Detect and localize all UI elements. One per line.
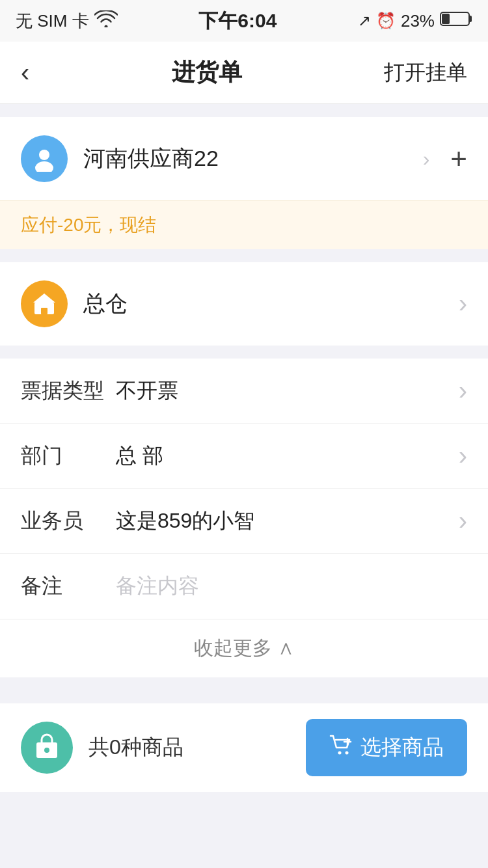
warehouse-chevron-icon xyxy=(459,290,467,318)
svg-point-10 xyxy=(338,752,342,755)
product-icon-wrap xyxy=(21,722,73,774)
supplier-card: 河南供应商22 › + 应付-20元，现结 xyxy=(0,117,488,249)
warehouse-row[interactable]: 总仓 xyxy=(0,262,488,346)
svg-marker-6 xyxy=(33,293,55,303)
warehouse-icon-wrap xyxy=(21,280,68,327)
product-bar: 共0种商品 选择商品 xyxy=(0,703,488,792)
department-value: 总 部 xyxy=(105,442,459,470)
add-supplier-button[interactable]: + xyxy=(450,142,467,175)
payable-notice: 应付-20元，现结 xyxy=(0,200,488,249)
remark-label: 备注 xyxy=(21,572,105,601)
collapse-label: 收起更多 ∧ xyxy=(194,635,293,662)
sim-status: 无 SIM 卡 xyxy=(16,10,89,33)
svg-point-3 xyxy=(39,150,49,160)
svg-point-11 xyxy=(346,752,349,755)
status-time: 下午6:04 xyxy=(198,8,277,34)
gap-2 xyxy=(0,249,488,262)
invoice-type-value: 不开票 xyxy=(105,377,459,405)
svg-point-9 xyxy=(44,748,49,753)
supplier-chevron-icon: › xyxy=(423,147,430,171)
invoice-type-chevron-icon xyxy=(459,377,467,405)
select-product-label: 选择商品 xyxy=(360,733,444,762)
nav-bar: ‹ 进货单 打开挂单 xyxy=(0,42,488,104)
collapse-row[interactable]: 收起更多 ∧ xyxy=(0,619,488,677)
status-left: 无 SIM 卡 xyxy=(16,10,118,33)
svg-rect-7 xyxy=(41,308,47,314)
battery-icon xyxy=(440,10,472,32)
cart-icon xyxy=(329,735,353,761)
gap-3 xyxy=(0,677,488,690)
supplier-name: 河南供应商22 xyxy=(83,144,423,174)
page-title: 进货单 xyxy=(172,57,242,88)
select-product-button[interactable]: 选择商品 xyxy=(306,719,467,776)
form-section: 票据类型 不开票 部门 总 部 业务员 这是859的小智 备注 备注内容 xyxy=(0,359,488,619)
salesperson-chevron-icon xyxy=(459,508,467,535)
remark-row[interactable]: 备注 备注内容 xyxy=(0,554,488,619)
supplier-row[interactable]: 河南供应商22 › + xyxy=(0,117,488,200)
svg-rect-2 xyxy=(442,14,450,24)
warehouse-label: 总仓 xyxy=(83,289,459,319)
remark-input[interactable]: 备注内容 xyxy=(105,572,467,601)
invoice-type-label: 票据类型 xyxy=(21,377,105,405)
status-bar: 无 SIM 卡 下午6:04 ↗ ⏰ 23% xyxy=(0,0,488,42)
location-icon: ↗ xyxy=(358,12,371,30)
back-button[interactable]: ‹ xyxy=(21,58,29,87)
salesperson-row[interactable]: 业务员 这是859的小智 xyxy=(0,489,488,554)
department-label: 部门 xyxy=(21,442,105,470)
battery-percentage: 23% xyxy=(401,11,435,31)
gap-1 xyxy=(0,104,488,117)
warehouse-card: 总仓 xyxy=(0,262,488,346)
wifi-icon xyxy=(94,10,118,32)
department-chevron-icon xyxy=(459,442,467,470)
svg-point-4 xyxy=(35,161,53,172)
department-row[interactable]: 部门 总 部 xyxy=(0,424,488,489)
open-pending-button[interactable]: 打开挂单 xyxy=(384,59,467,87)
status-right: ↗ ⏰ 23% xyxy=(358,10,472,32)
salesperson-value: 这是859的小智 xyxy=(105,507,459,536)
invoice-type-row[interactable]: 票据类型 不开票 xyxy=(0,359,488,424)
supplier-avatar xyxy=(21,135,68,182)
salesperson-label: 业务员 xyxy=(21,507,105,536)
alarm-icon: ⏰ xyxy=(376,12,396,30)
product-count: 共0种商品 xyxy=(88,733,306,762)
svg-rect-1 xyxy=(469,16,472,22)
